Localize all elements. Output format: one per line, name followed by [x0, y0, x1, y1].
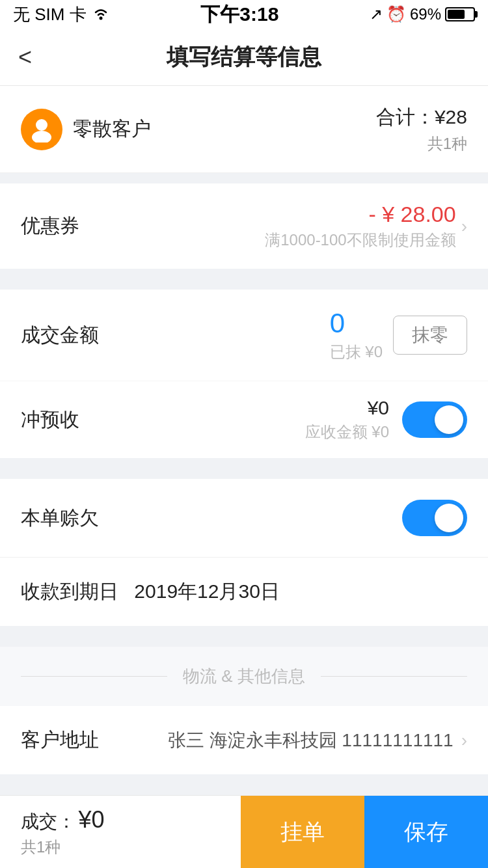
advance-payment-toggle[interactable]: [402, 401, 467, 438]
bottom-count: 共1种: [21, 837, 220, 858]
avatar-icon: [29, 116, 55, 142]
coupon-desc: 满1000-100不限制使用金额: [265, 230, 455, 251]
advance-payment-label: 冲预收: [21, 407, 79, 433]
advance-amounts: ¥0 应收金额 ¥0: [305, 397, 389, 442]
customer-section: 零散客户 合计：¥28 共1种: [0, 86, 488, 173]
nav-bar: < 填写结算等信息: [0, 29, 488, 86]
advance-payment-row: 冲预收 ¥0 应收金额 ¥0: [0, 381, 488, 458]
toggle-knob: [435, 405, 463, 434]
page-title: 填写结算等信息: [167, 42, 321, 72]
coupon-section[interactable]: 优惠券 - ¥ 28.00 满1000-100不限制使用金额 ›: [0, 183, 488, 269]
content: 零散客户 合计：¥28 共1种 优惠券 - ¥ 28.00 满1000-100不…: [0, 86, 488, 863]
address-section[interactable]: 客户地址 张三 海淀永丰科技园 11111111111 ›: [0, 706, 488, 774]
wifi-icon: [92, 5, 110, 25]
advance-value: ¥0: [305, 397, 389, 419]
svg-point-2: [32, 131, 51, 142]
logistics-line-left: [21, 676, 167, 677]
deal-amount-label: 成交金额: [21, 322, 99, 349]
deal-amount-section: 成交金额 0 已抹 ¥0 抹零 冲预收 ¥0 应收金额 ¥0: [0, 290, 488, 458]
round-zero-button[interactable]: 抹零: [393, 316, 467, 355]
customer-left: 零散客户: [21, 109, 151, 150]
address-label: 客户地址: [21, 727, 99, 753]
deal-amount-value: 0: [330, 308, 383, 339]
credit-label: 本单赊欠: [21, 505, 99, 532]
logistics-label: 物流 & 其他信息: [167, 665, 321, 688]
coupon-label: 优惠券: [21, 213, 79, 239]
deal-amount-right: 0 已抹 ¥0 抹零: [330, 308, 467, 362]
address-row[interactable]: 客户地址 张三 海淀永丰科技园 11111111111 ›: [0, 706, 488, 774]
chevron-right-icon: ›: [461, 216, 467, 237]
bottom-deal-label: 成交：: [21, 811, 75, 832]
advance-sub: 应收金额 ¥0: [305, 422, 389, 442]
due-date-value: 2019年12月30日: [134, 580, 279, 602]
save-button[interactable]: 保存: [364, 796, 488, 869]
customer-total-info: 合计：¥28 共1种: [376, 104, 467, 154]
customer-avatar: [21, 109, 62, 150]
deal-amount-row: 成交金额 0 已抹 ¥0 抹零: [0, 290, 488, 381]
customer-row: 零散客户 合计：¥28 共1种: [0, 86, 488, 173]
bottom-amount: ¥0: [78, 806, 104, 833]
logistics-line-right: [321, 676, 467, 677]
status-left: 无 SIM 卡: [13, 3, 110, 26]
advance-payment-right: ¥0 应收金额 ¥0: [305, 397, 467, 442]
total-amount: 合计：¥28: [376, 104, 467, 131]
bottom-info: 成交： ¥0 共1种: [0, 806, 241, 858]
coupon-discount: - ¥ 28.00: [265, 202, 455, 227]
status-time: 下午3:18: [200, 1, 278, 28]
status-right: ↗ ⏰ 69%: [370, 5, 475, 23]
total-count: 共1种: [376, 133, 467, 154]
hold-button[interactable]: 挂单: [241, 796, 364, 869]
bottom-bar: 成交： ¥0 共1种 挂单 保存: [0, 795, 488, 868]
coupon-info: - ¥ 28.00 满1000-100不限制使用金额: [265, 202, 455, 251]
alarm-icon: ⏰: [386, 5, 406, 23]
credit-toggle[interactable]: [402, 500, 467, 536]
due-date-row: 收款到期日 2019年12月30日: [0, 557, 488, 626]
svg-point-0: [99, 16, 102, 20]
battery-percent: 69%: [410, 5, 441, 23]
no-sim-text: 无 SIM 卡: [13, 3, 87, 26]
customer-name: 零散客户: [73, 116, 151, 142]
deal-amount-sub: 已抹 ¥0: [330, 342, 383, 362]
coupon-right: - ¥ 28.00 满1000-100不限制使用金额 ›: [265, 202, 467, 251]
credit-row: 本单赊欠: [0, 479, 488, 557]
svg-point-1: [36, 119, 47, 131]
section-divider-3: [0, 636, 488, 647]
logistics-header: 物流 & 其他信息: [0, 647, 488, 706]
back-button[interactable]: <: [18, 44, 32, 71]
section-divider-1: [0, 279, 488, 290]
due-date-label: 收款到期日: [21, 580, 118, 602]
deal-amount-value-block: 0 已抹 ¥0: [330, 308, 383, 362]
location-icon: ↗: [370, 5, 383, 23]
address-chevron-icon: ›: [461, 730, 467, 751]
battery-icon: [445, 7, 475, 21]
bottom-deal-line: 成交： ¥0: [21, 806, 220, 834]
coupon-row[interactable]: 优惠券 - ¥ 28.00 满1000-100不限制使用金额 ›: [0, 183, 488, 269]
credit-section: 本单赊欠 收款到期日 2019年12月30日: [0, 479, 488, 626]
address-value: 张三 海淀永丰科技园 11111111111: [115, 728, 454, 753]
credit-toggle-knob: [435, 504, 463, 532]
status-bar: 无 SIM 卡 下午3:18 ↗ ⏰ 69%: [0, 0, 488, 29]
section-divider-2: [0, 468, 488, 479]
